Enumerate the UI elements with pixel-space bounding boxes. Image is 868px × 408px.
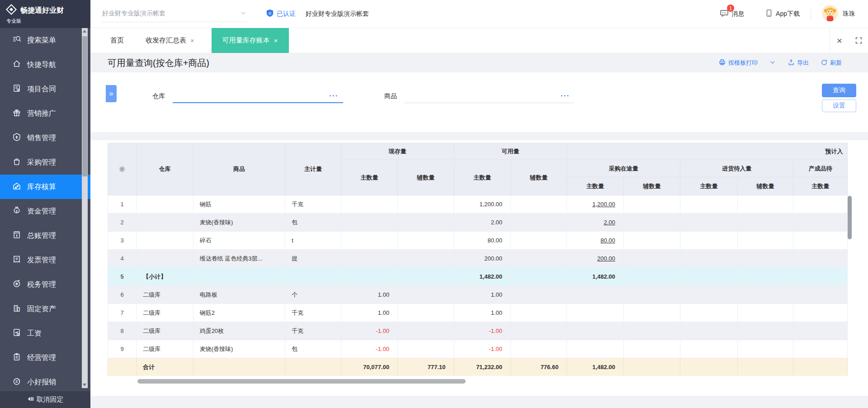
header-main-qty[interactable]: 主数量	[793, 177, 848, 195]
cell-row-number: 6	[108, 286, 137, 304]
header-group-purchase-transit: 采购在途量	[567, 160, 680, 177]
header-group-incoming-pending: 进货待入量	[680, 160, 793, 177]
table-row[interactable]: 5【小计】1,482.001,482.00	[108, 268, 848, 286]
sidebar-item-salary[interactable]: 工资	[0, 321, 90, 346]
header-aux-qty[interactable]: 辅数量	[398, 160, 454, 195]
sidebar-item-funds[interactable]: 资金管理	[0, 199, 90, 223]
sidebar-item-marketing[interactable]: 营销推广	[0, 101, 90, 126]
unpin-sidebar-button[interactable]: 取消固定	[0, 391, 90, 408]
app-download-button[interactable]: App下载	[765, 9, 800, 19]
table-row[interactable]: 2麦烧(香辣味)包2.002.00	[108, 213, 848, 232]
sidebar-item-project-contract[interactable]: 项目合同	[0, 77, 90, 101]
header-group-expected-in: 预计入	[567, 143, 848, 160]
tab-label: 首页	[110, 36, 124, 45]
horizontal-scrollbar-thumb[interactable]	[137, 379, 466, 384]
sidebar-item-invoice[interactable]: 发票管理	[0, 248, 90, 272]
tab-close-icon[interactable]: ×	[190, 37, 194, 44]
cell-transit-main[interactable]: 1,200.00	[567, 195, 623, 213]
column-settings-button[interactable]	[108, 143, 137, 195]
export-button[interactable]: 导出	[788, 59, 809, 67]
cell-transit-main[interactable]: 80.00	[567, 232, 623, 250]
messages-button[interactable]: 消息 1	[720, 9, 744, 19]
table-row[interactable]: 6二级库电路板个1.001.00	[108, 286, 848, 304]
sidebar-item-reimburse[interactable]: 小好报销	[0, 370, 90, 391]
table-row[interactable]: 8二级库鸡蛋20枚千克-1.00-1.00	[108, 322, 848, 340]
cell-incoming-main	[680, 322, 737, 340]
sidebar-item-operation[interactable]: 经营管理	[0, 346, 90, 370]
product-picker-ellipsis-icon[interactable]: ...	[561, 90, 570, 99]
header-product[interactable]: 商品	[193, 143, 285, 195]
tab-home[interactable]: 首页	[99, 28, 135, 53]
cell-onhand-aux	[398, 286, 454, 304]
table-row[interactable]: 9二级库麦烧(香辣味)包-1.00-1.00	[108, 340, 848, 358]
header-aux-qty[interactable]: 辅数量	[510, 160, 566, 195]
cell-product: 钢筋	[193, 195, 285, 213]
table-row[interactable]: 1钢筋千克1,200.001,200.00	[108, 195, 848, 213]
print-dropdown-chevron[interactable]	[769, 59, 776, 67]
table-row[interactable]: 4维达卷纸 蓝色经典3层...提200.00200.00	[108, 250, 848, 268]
tab-summary-report[interactable]: 收发存汇总表 ×	[135, 28, 205, 53]
scroll-down-icon[interactable]	[83, 384, 86, 386]
product-filter-input[interactable]	[404, 91, 574, 103]
cell-transit-aux	[623, 195, 680, 213]
cell-incoming-aux	[737, 268, 793, 286]
refresh-button[interactable]: 刷新	[821, 59, 842, 67]
warehouse-filter-input[interactable]	[173, 91, 343, 103]
sidebar-scrollbar[interactable]	[82, 28, 88, 388]
header-main-qty[interactable]: 主数量	[341, 160, 397, 195]
export-icon	[788, 59, 795, 67]
fullscreen-icon[interactable]	[849, 28, 868, 53]
sidebar-item-tax[interactable]: 税务管理	[0, 272, 90, 297]
sidebar-item-sales[interactable]: 销售管理	[0, 126, 90, 150]
sidebar-item-ledger[interactable]: 总账管理	[0, 223, 90, 248]
header-warehouse[interactable]: 仓库	[137, 143, 193, 195]
header-main-qty[interactable]: 主数量	[567, 177, 623, 195]
table-row[interactable]: 3碎石t80.0080.00	[108, 232, 848, 250]
cell-transit-main[interactable]: 200.00	[567, 250, 623, 268]
print-label: 按模板打印	[728, 59, 758, 67]
print-by-template-button[interactable]: 按模板打印	[718, 58, 758, 67]
header-unit[interactable]: 主计量	[285, 143, 341, 195]
tab-close-icon[interactable]: ×	[274, 37, 278, 44]
table-row[interactable]: 7二级库钢筋2千克1.001.00	[108, 304, 848, 322]
cell-onhand-main	[341, 268, 397, 286]
cell-onhand-aux	[398, 232, 454, 250]
salary-icon	[12, 328, 21, 339]
tax-icon	[12, 279, 21, 290]
collapse-filters-button[interactable]: »	[106, 85, 117, 102]
sidebar-item-fixed-assets[interactable]: 固定资产	[0, 297, 90, 321]
header-main-qty[interactable]: 主数量	[680, 177, 737, 195]
sidebar-item-quick-nav[interactable]: 快捷导航	[0, 52, 90, 77]
vertical-scrollbar-thumb[interactable]	[848, 196, 852, 239]
tab-available-qty-ledger[interactable]: 可用量库存账本 ×	[212, 28, 289, 53]
avatar[interactable]	[822, 5, 838, 23]
sidebar-item-search[interactable]: 搜索菜单	[0, 28, 90, 52]
header-aux-qty[interactable]: 辅数量	[737, 177, 793, 195]
sidebar-item-label: 工资	[27, 329, 42, 338]
query-button[interactable]: 查询	[822, 84, 856, 97]
account-selector[interactable]: 好业财专业版演示帐套	[102, 6, 247, 22]
purchase-icon	[12, 157, 21, 168]
cell-onhand-aux	[398, 322, 454, 340]
sidebar-scrollbar-thumb[interactable]	[82, 36, 87, 176]
sidebar-item-inventory[interactable]: 库存核算	[0, 175, 90, 199]
sidebar-item-purchase[interactable]: 采购管理	[0, 150, 90, 175]
header-main-qty[interactable]: 主数量	[454, 160, 510, 195]
sidebar-item-label: 采购管理	[27, 158, 56, 167]
cell-product: 麦烧(香辣味)	[193, 340, 285, 358]
cell-transit-main[interactable]: 2.00	[567, 213, 623, 232]
header-aux-qty[interactable]: 辅数量	[623, 177, 680, 195]
cell-unit: 包	[285, 340, 341, 358]
cell-onhand-main	[341, 213, 397, 232]
sidebar-item-label: 销售管理	[27, 133, 56, 143]
cell-product	[193, 358, 285, 376]
warehouse-picker-ellipsis-icon[interactable]: ...	[329, 90, 338, 99]
settings-button[interactable]: 设置	[822, 100, 856, 112]
cell-finished-main	[793, 286, 848, 304]
scroll-up-icon[interactable]	[83, 30, 86, 33]
page-title: 可用量查询(按仓库+商品)	[108, 57, 718, 69]
total-onhand-main: 70,077.00	[341, 358, 397, 376]
window-controls: ×	[830, 28, 868, 53]
cell-finished-main	[793, 340, 848, 358]
close-icon[interactable]: ×	[830, 28, 849, 53]
